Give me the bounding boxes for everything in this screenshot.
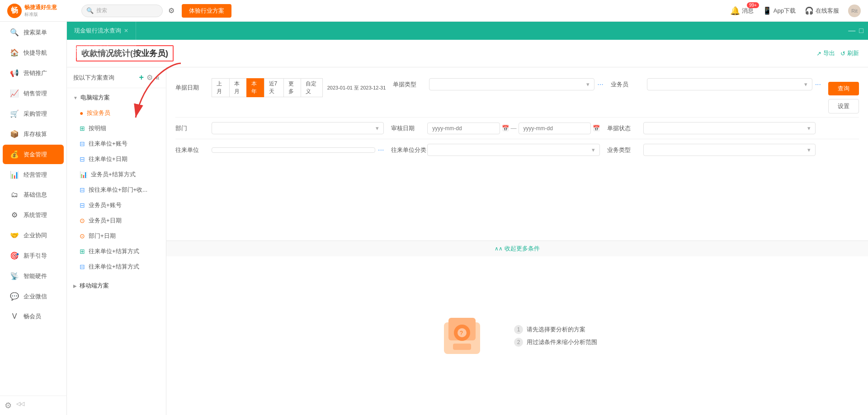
voucher-type-more-icon[interactable]: ··· [597, 80, 603, 89]
app-download-btn[interactable]: 📱 App下载 [763, 6, 796, 15]
sidebar-item-wechat[interactable]: 💬企业微信 [3, 287, 64, 306]
scheme-item-salesman-date[interactable]: ⊙业务员+日期 [67, 213, 166, 228]
sidebar-settings-icon[interactable]: ⚙ [5, 401, 12, 410]
counterpart-label: 往来单位 [175, 146, 208, 154]
query-btn[interactable]: 查询 [828, 82, 859, 95]
counterpart-more-icon[interactable]: ··· [378, 146, 384, 154]
export-label: 导出 [823, 49, 835, 57]
date-tab-自定义[interactable]: 自定义 [301, 78, 322, 97]
empty-tips: 1 请先选择要分析的方案 2 用过滤条件来缩小分析范围 [514, 325, 597, 347]
scheme-item-salesman-settlement[interactable]: 📊业务员+结算方式 [67, 167, 166, 182]
message-btn[interactable]: 🔔 消息 99+ [730, 6, 754, 16]
set-btn[interactable]: 设置 [828, 99, 859, 113]
sales-label: 销售管理 [24, 90, 47, 98]
app-name: 畅捷通好生意 [24, 4, 57, 11]
counterpart-select[interactable] [212, 147, 375, 153]
cal-icon-end[interactable]: 📅 [593, 125, 600, 132]
content-area: 按以下方案查询 + ⚙ « ▼电脑端方案●按业务员⊞按明细⊟往来单位+账号⊟往来… [67, 67, 868, 415]
guide-icon: 🎯 [10, 251, 19, 260]
salesman-more-icon[interactable]: ··· [815, 80, 821, 89]
sidebar-item-hardware[interactable]: 📡智能硬件 [3, 266, 64, 286]
inventory-label: 库存核算 [24, 130, 47, 138]
sidebar-item-inventory[interactable]: 📦库存核算 [3, 124, 64, 144]
sidebar-item-purchase[interactable]: 🛒采购管理 [3, 104, 64, 123]
scheme-item-counterpart-account[interactable]: ⊟往来单位+账号 [67, 136, 166, 151]
cal-icon-start[interactable]: 📅 [502, 125, 509, 132]
sidebar-item-system[interactable]: ⚙系统管理 [3, 205, 64, 225]
scheme-item-by-salesman[interactable]: ●按业务员 [67, 105, 166, 121]
online-service-btn[interactable]: 🎧 在线客服 [805, 6, 839, 15]
scheme-label-dept-date: 部门+日期 [89, 232, 116, 240]
hardware-icon: 📡 [10, 272, 19, 280]
scheme-icon-by-salesman: ● [80, 109, 83, 117]
scheme-item-counterpart-dept-collect[interactable]: ⊟按往来单位+部门+收... [67, 182, 166, 198]
settings-icon[interactable]: ⚙ [168, 6, 175, 15]
voucher-status-select[interactable]: ▾ [643, 122, 816, 134]
scheme-group-title-mobile[interactable]: ▶移动端方案 [67, 278, 166, 293]
window-maximize-btn[interactable]: □ [859, 27, 863, 35]
scheme-item-counterpart-date[interactable]: ⊟往来单位+日期 [67, 151, 166, 167]
date-tab-近7天[interactable]: 近7天 [264, 78, 283, 97]
counterpart-category-select[interactable]: ▾ [427, 144, 599, 156]
sidebar-item-search-menu[interactable]: 🔍搜索菜单 [3, 23, 64, 42]
scheme-item-by-detail[interactable]: ⊞按明细 [67, 121, 166, 136]
window-minimize-btn[interactable]: — [848, 27, 855, 35]
counterpart-category-field: 往来单位分类 ▾ [391, 144, 599, 156]
top-header: 畅 畅捷通好生意 标准版 🔍 搜索 ⚙ 体验行业方案 🔔 消息 99+ 📱 Ap… [0, 0, 868, 22]
tab-bank-flow-close[interactable]: ✕ [124, 28, 128, 34]
service-icon: 🎧 [805, 6, 814, 15]
basic-info-icon: 🗂 [10, 191, 19, 199]
audit-date-end-input[interactable] [519, 123, 591, 134]
group-label-desktop: 电脑端方案 [80, 94, 110, 102]
sidebar-item-sales[interactable]: 📈销售管理 [3, 84, 64, 103]
logo-text-area: 畅捷通好生意 标准版 [24, 4, 57, 18]
sidebar-item-guide[interactable]: 🎯新手引导 [3, 246, 64, 265]
scheme-item-counterpart-settlement[interactable]: ⊞往来单位+结算方式 [67, 244, 166, 259]
scheme-icon-dept-date: ⊙ [80, 232, 85, 240]
counterpart-category-control: ▾ [427, 144, 599, 156]
sidebar-item-enterprise[interactable]: 🤝企业协同 [3, 226, 64, 245]
sidebar-item-member[interactable]: V畅会员 [3, 307, 64, 326]
dept-select[interactable]: ▾ [212, 122, 384, 134]
scheme-icon-counterpart-dept-collect: ⊟ [80, 186, 85, 193]
enterprise-icon: 🤝 [10, 231, 19, 240]
date-tab-本年[interactable]: 本年 [246, 78, 264, 97]
voucher-type-select[interactable]: ▾ [429, 78, 594, 90]
global-search-bar[interactable]: 🔍 搜索 [81, 5, 163, 17]
export-btn[interactable]: ↗ 导出 [816, 49, 835, 57]
sidebar-item-quick-nav[interactable]: 🏠快捷导航 [3, 43, 64, 62]
scheme-item-dept-date[interactable]: ⊙部门+日期 [67, 228, 166, 244]
business-type-select[interactable]: ▾ [643, 144, 816, 156]
sidebar-item-operation[interactable]: 📊经营管理 [3, 165, 64, 184]
scheme-collapse-btn[interactable]: « [156, 74, 160, 82]
collapse-bar[interactable]: ∧∧ 收起更多条件 [166, 241, 868, 256]
scheme-item-counterpart-settlement2[interactable]: ⊟往来单位+结算方式 [67, 259, 166, 274]
tab-collection-stat-close[interactable]: ✕ [112, 46, 117, 52]
app-logo-icon: 畅 [7, 4, 22, 18]
sidebar-item-marketing[interactable]: 📢营销推广 [3, 63, 64, 83]
trial-btn[interactable]: 体验行业方案 [182, 4, 231, 18]
user-avatar[interactable]: Rit [848, 5, 861, 17]
business-type-control: ▾ [643, 144, 816, 156]
scheme-group-title-desktop[interactable]: ▼电脑端方案 [67, 90, 166, 105]
date-tab-本月[interactable]: 本月 [229, 78, 247, 97]
sidebar-collapse-icon[interactable]: ◁◁ [16, 401, 24, 410]
scheme-add-btn[interactable]: + [139, 73, 144, 82]
audit-date-start-input[interactable] [427, 123, 500, 134]
tab-bank-flow[interactable]: 现金银行流水查询✕ [67, 22, 136, 40]
sidebar-item-basic-info[interactable]: 🗂基础信息 [3, 185, 64, 204]
date-field: 单据日期 上月本月本年近7天更多自定义 2023-01-01 至 2023-12… [175, 78, 386, 97]
date-tab-更多[interactable]: 更多 [283, 78, 301, 97]
voucher-status-control: ▾ [643, 122, 816, 134]
salesman-select[interactable]: ▾ [647, 78, 812, 90]
marketing-icon: 📢 [10, 69, 19, 77]
scheme-settings-btn[interactable]: ⚙ [146, 73, 153, 82]
scheme-icon-counterpart-account: ⊟ [80, 140, 85, 147]
date-tab-上月[interactable]: 上月 [212, 78, 229, 97]
scheme-item-salesman-account[interactable]: ⊟业务员+账号 [67, 198, 166, 213]
sidebar-item-capital[interactable]: 💰资金管理 [3, 145, 64, 164]
filter-row-2: 部门 ▾ 审核日期 📅 [175, 118, 859, 139]
tab-collection-stat[interactable]: 收款情况统计✕ [67, 40, 136, 58]
scheme-icon-salesman-settlement: 📊 [80, 171, 87, 178]
refresh-btn[interactable]: ↺ 刷新 [840, 49, 859, 57]
